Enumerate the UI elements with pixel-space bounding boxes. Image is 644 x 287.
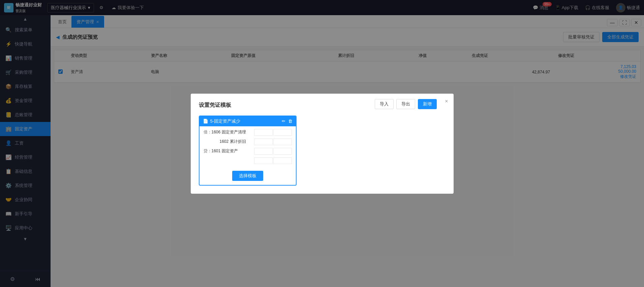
entry-credit-cell-2 bbox=[273, 138, 292, 145]
template-edit-icon[interactable]: ✏ bbox=[282, 119, 285, 124]
entry-type-label-1: 借： bbox=[204, 129, 212, 135]
modal-close-button[interactable]: × bbox=[445, 98, 448, 104]
template-entry-2: 1602 累计折旧 bbox=[200, 137, 296, 147]
template-grid: 📄 5-固定资产减少 ✏ 🗑 借： 1606 固定资产清理 bbox=[199, 116, 446, 186]
entry-cells-1 bbox=[254, 129, 292, 136]
import-button[interactable]: 导入 bbox=[375, 99, 394, 109]
template-card-body: 借： 1606 固定资产清理 1602 累计折旧 bbox=[200, 126, 296, 167]
entry-cells-empty bbox=[254, 157, 292, 164]
entry-account-1: 1606 固定资产清理 bbox=[212, 129, 254, 135]
template-doc-icon: 📄 bbox=[203, 119, 208, 124]
select-template-button[interactable]: 选择模板 bbox=[232, 171, 263, 181]
export-button[interactable]: 导出 bbox=[396, 99, 415, 109]
entry-credit-cell-empty bbox=[273, 157, 292, 164]
modal-set-template: 设置凭证模板 × 导入 导出 新增 📄 5-固定资产减少 ✏ 🗑 bbox=[191, 94, 454, 194]
entry-cells-3 bbox=[254, 148, 292, 155]
entry-cells-2 bbox=[254, 138, 292, 145]
entry-debit-cell-empty bbox=[254, 157, 273, 164]
entry-account-2: 1602 累计折旧 bbox=[212, 139, 254, 145]
entry-type-label-3: 贷： bbox=[204, 148, 212, 154]
entry-debit-cell-3 bbox=[254, 148, 273, 155]
template-header-title-area: 📄 5-固定资产减少 bbox=[203, 118, 241, 124]
entry-credit-cell-1 bbox=[273, 129, 292, 136]
template-header-actions: ✏ 🗑 bbox=[282, 119, 293, 124]
entry-credit-cell-3 bbox=[273, 148, 292, 155]
modal-header-actions: 导入 导出 新增 bbox=[375, 99, 437, 109]
entry-debit-cell-1 bbox=[254, 129, 273, 136]
entry-account-3: 1601 固定资产 bbox=[212, 148, 254, 154]
modal-overlay[interactable]: 设置凭证模板 × 导入 导出 新增 📄 5-固定资产减少 ✏ 🗑 bbox=[0, 0, 644, 287]
template-footer: 选择模板 bbox=[200, 167, 296, 185]
entry-debit-cell-2 bbox=[254, 138, 273, 145]
template-entry-1: 借： 1606 固定资产清理 bbox=[200, 128, 296, 137]
template-name: 5-固定资产减少 bbox=[210, 118, 241, 124]
template-card-header: 📄 5-固定资产减少 ✏ 🗑 bbox=[200, 116, 296, 126]
template-card: 📄 5-固定资产减少 ✏ 🗑 借： 1606 固定资产清理 bbox=[199, 116, 297, 186]
template-entry-empty bbox=[200, 156, 296, 165]
new-template-button[interactable]: 新增 bbox=[418, 99, 437, 109]
template-entry-3: 贷： 1601 固定资产 bbox=[200, 147, 296, 156]
template-delete-icon[interactable]: 🗑 bbox=[288, 119, 293, 124]
